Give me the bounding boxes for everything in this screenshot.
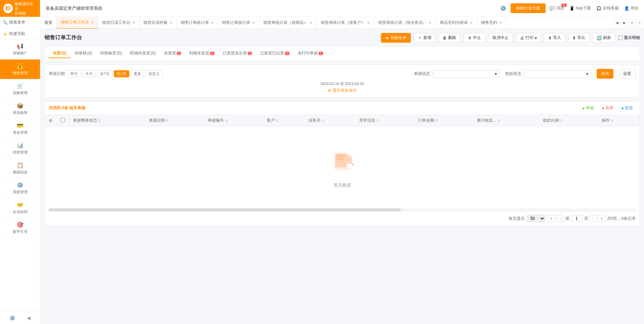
sidebar-item-enterprise[interactable]: 🤝企业协同 [0,198,40,218]
delete-button[interactable]: 🗑 删除 [438,33,461,43]
revoke-button[interactable]: ● 充审 [599,104,616,112]
sort-icon-ratio[interactable]: ⇅ [560,119,563,122]
sidebar-item-marketing[interactable]: 📢营销推广 [0,40,40,59]
tab-sales-workbench[interactable]: 销售订单工作台✕ [57,17,98,29]
tab-home[interactable]: 首页 [40,17,57,29]
sidebar-item-sales[interactable]: 💰销售管理 [0,59,40,79]
show-detail-label[interactable]: 显示明细 [618,35,640,41]
date-btn-近1月[interactable]: 近1月 [114,70,129,77]
prev-page-button[interactable]: 〈 [557,215,564,222]
ship-button[interactable]: ● 发货 [619,104,636,112]
sidebar-item-inventory[interactable]: 📦库存核算 [0,99,40,119]
sort-icon-collected[interactable]: ⇅ [498,119,500,122]
table-settings-icon[interactable]: ⚙ [49,118,52,123]
tab-sales-margin[interactable]: 销售毛利✕ [477,17,506,29]
date-btn-自定义[interactable]: 自定义 [145,70,163,77]
system-settings-icon[interactable]: ⚙️ [500,5,507,11]
sort-icon-amount[interactable]: ⇅ [435,119,438,122]
sort-icon-abnormal[interactable]: ⇅ [376,119,379,122]
tab-close-all[interactable]: ✕ [629,19,635,26]
tab-close-sale-stats-staff[interactable]: ✕ [429,21,431,25]
filter-tab-overdue_not_shipped[interactable]: 到期未发货0 [185,49,219,58]
tab-cash-daily[interactable]: 钱货日清工作台✕ [98,17,139,29]
date-btn-近7天[interactable]: 近7天 [97,70,113,77]
page-size-select[interactable]: 50 100 200 [527,215,545,222]
tab-goods-margin[interactable]: 商品毛利分析表✕ [436,17,477,29]
filter-tab-shipped_not_out[interactable]: 已发货未出库0 [219,49,256,58]
import-button[interactable]: ⬇ 导入 [544,33,565,43]
sidebar-item-basic[interactable]: 📋基础信息 [0,159,40,178]
page-number-input[interactable] [571,215,583,222]
tab-maximize[interactable]: ⤢ [636,19,643,26]
status-select[interactable]: ▾ [433,70,500,78]
tab-sale-stats-product[interactable]: 销货单统计表（按商品）✕ [259,17,317,29]
settings-button[interactable]: 设置 [619,69,636,79]
sidebar-item-guide[interactable]: 🎯新手引导 [0,218,40,238]
sidebar-item-finance[interactable]: 💳资金管理 [0,119,40,139]
tab-close-cash-daily[interactable]: ✕ [132,21,135,25]
date-btn-更多[interactable]: 更多 [131,70,144,77]
sidebar-item-system[interactable]: ⚙️系统管理 [0,178,40,198]
collection-select[interactable]: ▾ [524,70,591,78]
sidebar-item-management[interactable]: 📊经营管理 [0,139,40,159]
tab-cash-reconcile[interactable]: 钱货日清对账✕ [139,17,177,29]
horizontal-scrollbar[interactable] [49,208,636,211]
approve-button[interactable]: ● 审核 [579,104,596,112]
sort-icon-date[interactable]: ⇅ [166,119,169,122]
app-download-action[interactable]: 📱 App下载 [569,5,591,11]
table-scroll[interactable]: ⚙单据整体状态 ⇅单据日期 ⇅单据编号 ⇅客户 ⇅业务员 ⇅异常信息 ⇅订单金额… [45,115,640,126]
filter-tab-all[interactable]: 全部(0) [49,49,71,58]
next-page-button[interactable]: 〉 [590,215,597,222]
tab-close-goods-margin[interactable]: ✕ [470,21,473,25]
online-service-action[interactable]: 🎧 在线客服 [596,5,619,11]
filter-tab-shipped_out[interactable]: 已发货已出库0 [256,49,294,58]
tab-close-sale-stats-product[interactable]: ✕ [310,21,312,25]
sort-icon-staff[interactable]: ⇅ [322,119,325,122]
tab-close-sales-margin[interactable]: ✕ [499,21,502,25]
add-button[interactable]: ＋ 新增 [414,33,436,43]
message-action[interactable]: 💬 消息 6 [550,5,564,11]
last-page-button[interactable]: » [598,215,606,222]
smart-generate-button[interactable]: ★ 智能生单 [381,33,411,43]
tab-sale-stats-customer[interactable]: 销货单统计表（按客户）✕ [317,17,374,29]
filter-tab-pending_review[interactable]: 待审核(0) [71,49,96,58]
tab-close-cash-reconcile[interactable]: ✕ [170,21,172,25]
tab-scroll-right[interactable]: ▶ [621,19,628,26]
sidebar-search[interactable]: 🔍 搜索菜单 [0,17,40,28]
sidebar-settings-icon[interactable]: ⚙️ [9,315,15,321]
filter-tab-not_shipped[interactable]: 未发货0 [160,49,185,58]
export-button[interactable]: ⬆ 导出 [568,33,590,43]
select-all-checkbox[interactable] [60,118,65,122]
tab-close-sale-stats-customer[interactable]: ✕ [367,21,370,25]
pause-button[interactable]: ⏸ 中止 [463,33,485,43]
refresh-button[interactable]: 🔄 刷新 [592,33,615,43]
sort-icon-operation[interactable]: ⇅ [611,119,613,122]
tab-sales-stats[interactable]: 销售订单统计表✕ [177,17,218,29]
sidebar-item-purchase[interactable]: 🛒采购管理 [0,79,40,99]
industry-solution-button[interactable]: 体验行业方案 [511,3,546,13]
user-action[interactable]: 👤 用友 [624,5,639,11]
filter-tab-wangpu_pending[interactable]: 旺铺待发货(0) [126,49,160,58]
filter-tab-pending_inspect[interactable]: 待拣验货(0) [96,49,126,58]
query-button[interactable]: 查询 [597,69,613,79]
date-btn-今天[interactable]: 今天 [82,70,96,77]
tab-scroll-left[interactable]: ◀ [614,19,620,26]
sort-icon-status[interactable]: ⇅ [98,119,101,122]
tab-close-sales-workbench[interactable]: ✕ [91,21,94,24]
tab-sale-stats-staff[interactable]: 销货单统计表（按业务员）✕ [374,17,436,29]
date-btn-昨天[interactable]: 昨天 [68,70,81,77]
print-button[interactable]: 🖨 打印 ▾ [516,33,541,43]
sort-icon-customer[interactable]: ⇅ [276,119,278,122]
show-detail-checkbox[interactable] [618,36,622,40]
cancel-pause-button[interactable]: 取消中止 [488,33,513,43]
scrollbar-thumb[interactable] [49,208,401,211]
sidebar-quick-nav[interactable]: ⚡ 快捷导航 [0,28,40,40]
tab-close-sales-stats[interactable]: ✕ [211,21,214,25]
expand-conditions-button[interactable]: ▼ 展开更多条件 [328,88,357,93]
sidebar-collapse-icon[interactable]: ◀ [27,315,31,321]
filter-tab-not_printed[interactable]: 未打印单据0 [294,49,327,58]
first-page-button[interactable]: « [548,215,555,222]
sort-icon-number[interactable]: ⇅ [225,119,228,122]
tab-sales-exec[interactable]: 销售订单执行表✕ [218,17,259,29]
tab-close-sales-exec[interactable]: ✕ [252,21,255,25]
